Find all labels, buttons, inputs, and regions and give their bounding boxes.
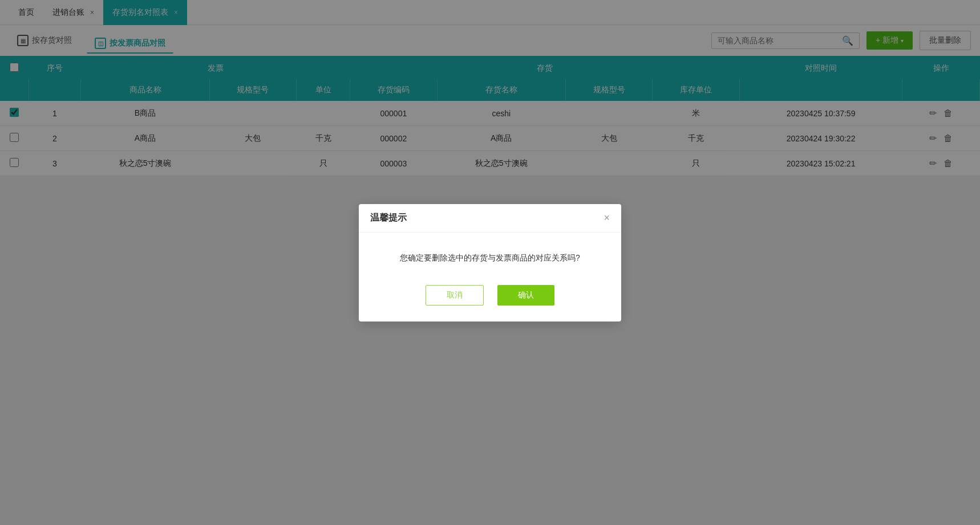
modal-overlay: 温馨提示 × 您确定要删除选中的存货与发票商品的对应关系吗? 取消 确认 (0, 0, 980, 176)
